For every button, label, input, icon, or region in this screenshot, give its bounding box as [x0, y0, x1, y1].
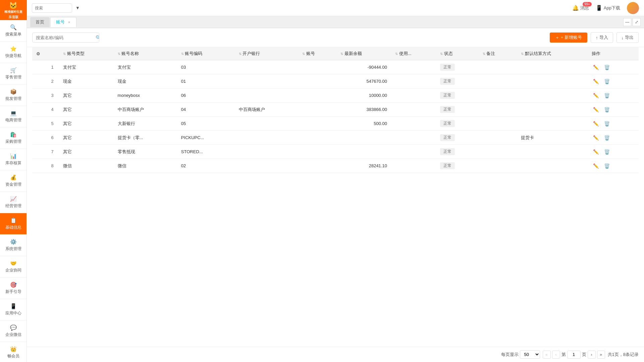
row-code-cell: STORED... [177, 145, 235, 159]
edit-button[interactable]: ✏️ [592, 92, 600, 99]
row-name-cell: 提货卡（零... [114, 131, 177, 145]
status-badge: 正常 [440, 120, 455, 127]
delete-button[interactable]: 🗑️ [603, 92, 611, 99]
th-balance[interactable]: ⇅ 最新余额 [336, 47, 391, 60]
row-status-cell: 正常 [436, 159, 478, 173]
sidebar-item-new-guide[interactable]: 🎯 新手引导 [0, 278, 26, 299]
edit-button[interactable]: ✏️ [592, 163, 600, 169]
edit-button[interactable]: ✏️ [592, 78, 600, 85]
last-page-button[interactable]: » [597, 351, 605, 359]
th-usage[interactable]: ⇅ 使用... [391, 47, 436, 60]
sidebar-item-operations-mgmt[interactable]: 📈 经营管理 [0, 192, 26, 213]
tab-minimize-button[interactable]: — [623, 18, 631, 26]
table-row: 3 其它 moneybosx 06 10000.00 正常 ✏️ 🗑️ [32, 88, 639, 103]
sidebar-item-enterprise-wechat[interactable]: 💬 企业微信 [0, 320, 26, 342]
row-gear-cell [32, 103, 46, 117]
mobile-icon: 📱 [596, 5, 602, 11]
quick-nav-icon: ⭐ [2, 46, 25, 52]
th-type[interactable]: ⇅ 账号类型 [59, 47, 114, 60]
import-button[interactable]: ↑ 导入 [591, 32, 613, 43]
user-avatar[interactable] [627, 2, 639, 14]
app-download-button[interactable]: 📱 App下载 [596, 5, 620, 11]
delete-button[interactable]: 🗑️ [603, 163, 611, 169]
search-input[interactable] [33, 35, 96, 40]
topbar-search-input[interactable] [32, 3, 72, 13]
edit-button[interactable]: ✏️ [592, 64, 600, 71]
row-num-cell: 1 [46, 60, 59, 74]
sidebar-item-system-mgmt[interactable]: ⚙️ 系统管理 [0, 235, 26, 256]
sidebar-item-chang-member[interactable]: 👑 畅会员 [0, 342, 26, 362]
search-button[interactable]: 🔍 [96, 33, 99, 43]
sidebar-item-wholesale-mgmt[interactable]: 📦 批发管理 [0, 84, 26, 106]
th-type-sort-icon: ⇅ [63, 52, 66, 56]
edit-button[interactable]: ✏️ [592, 120, 600, 127]
prev-page-button[interactable]: ‹ [552, 351, 560, 359]
sidebar-item-finance-mgmt[interactable]: 💰 资金管理 [0, 170, 26, 192]
row-remarks-cell [479, 159, 517, 173]
topbar-dropdown[interactable]: ▼ [75, 5, 80, 10]
tab-home-label: 首页 [36, 19, 44, 25]
delete-button[interactable]: 🗑️ [603, 148, 611, 155]
sidebar-item-inventory-check[interactable]: 📊 库存核算 [0, 149, 26, 170]
row-bank-cell [235, 131, 298, 145]
row-default-settlement-cell [517, 74, 588, 88]
edit-button[interactable]: ✏️ [592, 148, 600, 155]
sidebar-item-retail-mgmt[interactable]: 🛒 零售管理 [0, 63, 26, 84]
delete-button[interactable]: 🗑️ [603, 134, 611, 141]
sidebar-item-basic-info[interactable]: 📋 基础信息 [0, 213, 26, 235]
tab-account-close-icon[interactable]: × [67, 19, 71, 25]
row-gear-cell [32, 74, 46, 88]
sidebar-item-search-menu[interactable]: 🔍 搜索菜单 [0, 20, 26, 42]
content-area: 🔍 ＋ + 新增账号 ↑ 导入 ↓ 导出 [27, 28, 644, 362]
tab-home[interactable]: 首页 [30, 17, 50, 27]
sidebar-item-app-center[interactable]: 📱 应用中心 [0, 299, 26, 320]
row-default-settlement-cell [517, 117, 588, 131]
delete-button[interactable]: 🗑️ [603, 120, 611, 127]
chang-member-icon: 👑 [2, 346, 25, 352]
th-remarks[interactable]: ⇅ 备注 [479, 47, 517, 60]
th-bank[interactable]: ⇅ 开户银行 [235, 47, 298, 60]
delete-button[interactable]: 🗑️ [603, 64, 611, 71]
tab-account[interactable]: 账号 × [50, 17, 76, 27]
tab-maximize-button[interactable]: ⤢ [633, 18, 641, 26]
edit-button[interactable]: ✏️ [592, 134, 600, 141]
delete-button[interactable]: 🗑️ [603, 106, 611, 113]
row-bank-cell [235, 88, 298, 103]
topbar: ▼ 🔔 消息 99+ 📱 App下载 [27, 0, 644, 16]
row-default-settlement-cell [517, 88, 588, 103]
notification-button[interactable]: 🔔 消息 99+ [572, 5, 589, 11]
row-default-settlement-cell [517, 159, 588, 173]
row-name-cell: 零售抵现 [114, 145, 177, 159]
sidebar-item-purchase-mgmt[interactable]: 🛍️ 采购管理 [0, 127, 26, 149]
page-size-select[interactable]: 50 100 200 [520, 350, 540, 359]
row-code-cell: 05 [177, 117, 235, 131]
row-usage-cell [391, 131, 436, 145]
row-status-cell: 正常 [436, 88, 478, 103]
table-row: 8 微信 微信 02 28241.10 正常 ✏️ 🗑️ [32, 159, 639, 173]
row-bank-cell: 中百商场账户 [235, 103, 298, 117]
export-button[interactable]: ↓ 导出 [616, 32, 639, 43]
sidebar-item-ecommerce-mgmt[interactable]: 💻 电商管理 [0, 106, 26, 127]
th-account[interactable]: ⇅ 账号 [298, 47, 336, 60]
row-status-cell: 正常 [436, 131, 478, 145]
th-default-settlement[interactable]: ⇅ 默认结算方式 [517, 47, 588, 60]
export-icon: ↓ [622, 35, 624, 40]
th-name[interactable]: ⇅ 账号名称 [114, 47, 177, 60]
first-page-button[interactable]: « [543, 351, 551, 359]
row-type-cell: 其它 [59, 117, 114, 131]
accounts-table: ⚙ ⇅ 账号类型 ⇅ 账号名称 ⇅ 账号编码 [32, 47, 639, 173]
next-page-button[interactable]: › [588, 351, 596, 359]
th-status[interactable]: ⇅ 状态 [436, 47, 478, 60]
row-account-cell [298, 131, 336, 145]
sidebar-item-quick-nav[interactable]: ⭐ 快捷导航 [0, 42, 26, 63]
row-bank-cell [235, 159, 298, 173]
add-account-button[interactable]: ＋ + 新增账号 [550, 33, 587, 43]
delete-button[interactable]: 🗑️ [603, 78, 611, 85]
th-gear[interactable]: ⚙ [32, 47, 46, 60]
sidebar-item-enterprise-agreement[interactable]: 🤝 企业协同 [0, 256, 26, 278]
page-number-input[interactable] [567, 351, 581, 359]
row-gear-cell [32, 131, 46, 145]
row-balance-cell: 500.00 [336, 117, 391, 131]
edit-button[interactable]: ✏️ [592, 106, 600, 113]
th-code[interactable]: ⇅ 账号编码 [177, 47, 235, 60]
